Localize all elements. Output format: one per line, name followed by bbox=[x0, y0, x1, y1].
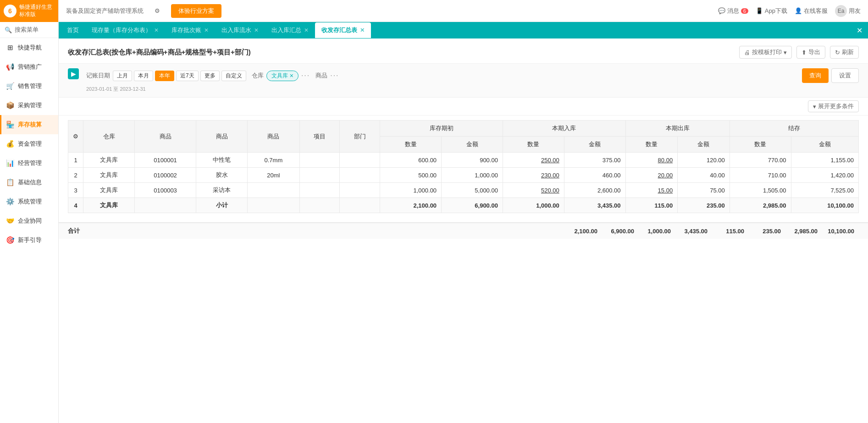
warehouse-dots[interactable]: ··· bbox=[301, 71, 310, 80]
tab-close-inout-summary[interactable]: ✕ bbox=[304, 27, 309, 33]
date-btn-more[interactable]: 更多 bbox=[200, 71, 220, 81]
table-row-val: 3,435.00 bbox=[564, 198, 625, 213]
tab-home[interactable]: 首页 bbox=[61, 22, 85, 38]
table-row-name: 小计 bbox=[196, 198, 247, 213]
table-row-code: 0100002 bbox=[135, 168, 196, 183]
col-out-qty-header: 数量 bbox=[625, 137, 678, 153]
expand-icon: ▾ bbox=[813, 103, 816, 110]
col-project-header: 项目 bbox=[299, 121, 340, 153]
sidebar-item-guide[interactable]: 🎯 新手引导 bbox=[0, 231, 58, 250]
purchase-icon: 📦 bbox=[6, 101, 14, 110]
col-spec-header: 商品 bbox=[248, 121, 300, 153]
goods-dots[interactable]: ··· bbox=[330, 71, 339, 80]
sidebar-logo: 6 畅捷通好生意 标准版 bbox=[0, 0, 58, 22]
settings-gear-icon[interactable]: ⚙ bbox=[151, 5, 164, 17]
data-table-wrapper: ⚙ 仓库 商品 商品 商品 bbox=[59, 115, 868, 222]
date-btn-7days[interactable]: 近7天 bbox=[176, 71, 199, 81]
warehouse-filter-group: 仓库 文具库 × ··· bbox=[252, 71, 310, 81]
footer-in-qty: 1,000.00 bbox=[639, 228, 675, 235]
print-button[interactable]: 🖨 按模板打印 ▾ bbox=[739, 46, 792, 59]
table-row-val[interactable]: 230.00 bbox=[503, 168, 564, 183]
sidebar-item-enterprise[interactable]: 🤝 企业协同 bbox=[0, 211, 58, 231]
expand-conditions-bar: ▾ 展开更多条件 bbox=[59, 98, 868, 115]
tab-close-batch[interactable]: ✕ bbox=[204, 27, 209, 33]
export-button[interactable]: ⬆ 导出 bbox=[796, 46, 825, 59]
table-row-val: 600.00 bbox=[380, 153, 442, 168]
sidebar-item-finance[interactable]: 💰 资金管理 bbox=[0, 134, 58, 154]
table-row-val: 1,505.00 bbox=[730, 183, 791, 198]
main-area: 装备及固定资产辅助管理系统 ⚙ 体验行业方案 💬 消息 6 📱 App下载 👤 … bbox=[59, 0, 868, 423]
warehouse-tag-close-icon[interactable]: × bbox=[290, 72, 293, 79]
sidebar-item-inventory[interactable]: 🏪 库存核算 bbox=[0, 115, 58, 134]
date-btn-last-month[interactable]: 上月 bbox=[113, 71, 132, 81]
warehouse-tag[interactable]: 文具库 × bbox=[266, 71, 299, 81]
tab-inventory-dist[interactable]: 现存量（库存分布表） ✕ bbox=[85, 22, 165, 38]
col-in-amt-header: 金额 bbox=[564, 137, 625, 153]
tab-bar-close-button[interactable]: ✕ bbox=[853, 26, 866, 35]
table-row-val: 460.00 bbox=[564, 168, 625, 183]
tab-close-inventory-dist[interactable]: ✕ bbox=[154, 27, 159, 33]
tab-inout-flow[interactable]: 出入库流水 ✕ bbox=[215, 22, 265, 38]
sidebar-item-operation[interactable]: 📊 经营管理 bbox=[0, 154, 58, 173]
set-button[interactable]: 设置 bbox=[831, 68, 859, 83]
table-row-code bbox=[135, 198, 196, 213]
table-row-val: 1,000.00 bbox=[380, 183, 442, 198]
logo-text: 畅捷通好生意 标准版 bbox=[19, 4, 52, 18]
table-row-dept bbox=[340, 198, 380, 213]
table-row-val: 900.00 bbox=[442, 153, 503, 168]
table-row-warehouse: 文具库 bbox=[83, 198, 135, 213]
footer-label: 合计 bbox=[68, 227, 105, 235]
table-row-code: 0100003 bbox=[135, 183, 196, 198]
table-row-no: 1 bbox=[68, 153, 83, 168]
date-range-display: 2023-01-01 至 2023-12-31 bbox=[86, 86, 859, 93]
table-row-val: 1,000.00 bbox=[503, 198, 564, 213]
tab-close-recv-summary[interactable]: ✕ bbox=[360, 27, 365, 33]
table-row-val[interactable]: 250.00 bbox=[503, 153, 564, 168]
phone-icon: 📱 bbox=[756, 7, 763, 14]
try-button[interactable]: 体验行业方案 bbox=[171, 4, 221, 18]
sidebar-item-system[interactable]: ⚙️ 系统管理 bbox=[0, 192, 58, 211]
table-row-warehouse: 文具库 bbox=[83, 153, 135, 168]
page-title: 收发存汇总表(按仓库+商品编码+商品+规格型号+项目+部门) bbox=[68, 48, 251, 57]
query-button[interactable]: 查询 bbox=[802, 68, 829, 83]
table-row-no: 3 bbox=[68, 183, 83, 198]
filter-expand-button[interactable]: ▶ bbox=[68, 68, 79, 79]
tab-inout-summary[interactable]: 出入库汇总 ✕ bbox=[265, 22, 315, 38]
col-name-header: 商品 bbox=[196, 121, 247, 153]
table-row-spec: 20ml bbox=[248, 168, 300, 183]
date-btn-custom[interactable]: 自定义 bbox=[221, 71, 246, 81]
table-row-val[interactable]: 80.00 bbox=[625, 153, 678, 168]
table-row-val[interactable]: 520.00 bbox=[503, 183, 564, 198]
col-settings-header[interactable]: ⚙ bbox=[68, 121, 83, 153]
col-code-header: 商品 bbox=[135, 121, 196, 153]
sidebar-search[interactable]: 🔍 搜索菜单 bbox=[0, 22, 58, 38]
tab-batch[interactable]: 库存批次账 ✕ bbox=[165, 22, 215, 38]
sidebar-item-sales[interactable]: 🛒 销售管理 bbox=[0, 77, 58, 96]
table-row-val: 10,100.00 bbox=[791, 198, 858, 213]
table-row-val[interactable]: 15.00 bbox=[625, 183, 678, 198]
message-button[interactable]: 💬 消息 6 bbox=[718, 7, 748, 15]
online-service-button[interactable]: 👤 在线客服 bbox=[795, 7, 828, 15]
search-icon: 🔍 bbox=[5, 27, 12, 33]
table-row-val: 2,100.00 bbox=[380, 198, 442, 213]
col-close-amt-header: 金额 bbox=[791, 137, 858, 153]
sidebar-item-basic[interactable]: 📋 基础信息 bbox=[0, 173, 58, 192]
col-dept-header: 部门 bbox=[340, 121, 380, 153]
date-btn-this-year[interactable]: 本年 bbox=[155, 71, 174, 81]
table-row-warehouse: 文具库 bbox=[83, 183, 135, 198]
user-menu-button[interactable]: Ea 用友 bbox=[835, 5, 861, 17]
expand-conditions-button[interactable]: ▾ 展开更多条件 bbox=[808, 100, 859, 112]
app-download-button[interactable]: 📱 App下载 bbox=[756, 7, 787, 15]
date-btn-this-month[interactable]: 本月 bbox=[134, 71, 153, 81]
sidebar-item-marketing[interactable]: 📢 营销推广 bbox=[0, 57, 58, 77]
sidebar-item-quick-nav[interactable]: ⊞ 快捷导航 bbox=[0, 38, 58, 57]
table-row-warehouse: 文具库 bbox=[83, 168, 135, 183]
warehouse-label: 仓库 bbox=[252, 71, 264, 80]
refresh-button[interactable]: ↻ 刷新 bbox=[830, 46, 859, 59]
sidebar-item-purchase[interactable]: 📦 采购管理 bbox=[0, 96, 58, 115]
table-row-val[interactable]: 20.00 bbox=[625, 168, 678, 183]
col-opening-header: 库存期初 bbox=[380, 121, 503, 137]
table-row-val: 2,985.00 bbox=[730, 198, 791, 213]
tab-close-inout-flow[interactable]: ✕ bbox=[254, 27, 259, 33]
tab-recv-summary[interactable]: 收发存汇总表 ✕ bbox=[315, 22, 371, 38]
